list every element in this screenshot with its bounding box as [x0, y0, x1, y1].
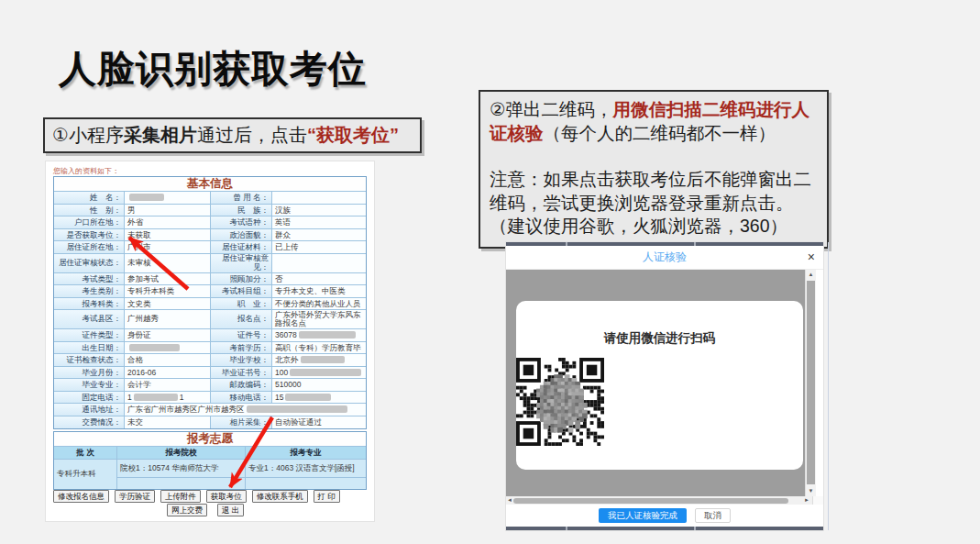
redacted-value	[301, 356, 345, 363]
field-value: 未审核	[124, 254, 211, 272]
dialog-body-right-gutter	[816, 270, 823, 496]
field-value: 专科升本科类	[124, 285, 211, 297]
background-window-edge-line	[828, 242, 829, 530]
slide: 人脸识别获取考位 ①小程序采集相片通过后，点击“获取考位” ②弹出二维码，用微信…	[0, 0, 980, 544]
modify-contact-phone-button[interactable]: 修改联系手机	[252, 490, 308, 503]
basic-info-rows: 姓 名：曾 用 名：性 别：男民 族：汉族户口所在地：外省考试语种：英语是否获取…	[54, 192, 366, 428]
form-row: 证书检查状态：合格毕业学校：北京外	[54, 354, 366, 367]
step1-highlight: “获取考位”	[307, 125, 399, 145]
dialog-footer: 我已人证核验完成 取消	[506, 505, 823, 527]
page-title: 人脸识别获取考位	[59, 44, 367, 94]
field-label: 毕业学校：	[211, 354, 271, 366]
redacted-value	[129, 194, 164, 201]
scroll-up-icon[interactable]: ▲	[806, 270, 816, 280]
vertical-scrollbar[interactable]: ▲ ▼	[805, 270, 816, 496]
field-value	[271, 192, 366, 204]
wish-batch-value: 专科升本科	[54, 460, 116, 489]
horizontal-scrollbar-thumb[interactable]	[513, 498, 788, 504]
step2-text-suffix: （每个人的二维码都不一样）	[544, 123, 776, 143]
degree-verification-button[interactable]: 学历验证	[115, 490, 155, 503]
field-value: 36078	[271, 329, 366, 341]
field-value: 未交	[124, 416, 211, 429]
field-value: 广州越秀	[124, 310, 211, 328]
horizontal-scrollbar[interactable]: ◄ ►	[506, 496, 823, 505]
redacted-value	[129, 344, 180, 351]
redacted-value	[285, 394, 331, 401]
form-row: 出生日期：考前学历：高职（专科）学历教育毕业	[54, 342, 366, 355]
field-label: 毕业证书号：	[211, 367, 271, 379]
form-buttons-row1: 修改报名信息学历验证上传附件获取考位修改联系手机打 印	[53, 490, 340, 503]
field-label: 居住证材料：	[211, 241, 271, 253]
field-label: 报考科类：	[54, 298, 124, 310]
modify-registration-info-button[interactable]: 修改报名信息	[53, 490, 109, 503]
field-label: 是否获取考位：	[54, 229, 124, 241]
field-label: 固定电话：	[54, 392, 124, 404]
upload-attachment-button[interactable]: 上传附件	[160, 490, 201, 503]
basic-info-table: 基本信息 姓 名：曾 用 名：性 别：男民 族：汉族户口所在地：外省考试语种：英…	[53, 176, 367, 429]
verification-complete-button[interactable]: 我已人证核验完成	[599, 508, 687, 523]
field-value: 参加考试	[124, 273, 211, 285]
field-label: 考前学历：	[211, 342, 271, 354]
field-value: 已上传	[271, 241, 366, 253]
field-label: 居住证所在地：	[54, 241, 124, 253]
form-row: 通讯地址：广东省广州市越秀区广州市越秀区	[54, 404, 366, 416]
field-label: 证件号：	[211, 329, 271, 341]
get-exam-seat-button[interactable]: 获取考位	[206, 490, 247, 503]
form-row: 居住证所在地：广州市居住证材料：已上传	[54, 241, 366, 254]
field-label: 报名点：	[211, 310, 271, 328]
form-intro-text: 您输入的资料如下：	[53, 166, 119, 176]
field-value: 未获取	[124, 229, 211, 241]
field-value: 广州市	[124, 241, 211, 253]
wish-major-value: 专业1：4063 汉语言文学[函授]	[246, 460, 366, 477]
field-value	[271, 254, 366, 272]
scroll-left-icon[interactable]: ◄	[507, 496, 512, 505]
field-value: 英语	[271, 216, 366, 228]
field-value: 专升本文史、中医类	[271, 285, 366, 297]
form-row: 固定电话：11移动电话：15（已绑定）	[54, 392, 366, 405]
form-row: 是否获取考位：未获取政治面貌：群众	[54, 229, 366, 242]
qr-code-image	[516, 358, 604, 446]
wish-table-row: 专科升本科 院校1：10574 华南师范大学 专业1：4063 汉语言文学[函授…	[54, 460, 366, 489]
field-value: 男	[124, 205, 211, 216]
online-payment-button[interactable]: 网上交费	[167, 504, 207, 516]
scroll-down-icon[interactable]: ▼	[806, 486, 816, 496]
field-value: 文史类	[124, 298, 211, 310]
step2-text-prefix: ②弹出二维码，	[490, 99, 612, 119]
field-value: 11	[124, 392, 211, 404]
field-label: 考试类型：	[54, 273, 124, 285]
field-value: 北京外	[271, 354, 366, 366]
registration-form-panel: 您输入的资料如下： 基本信息 姓 名：曾 用 名：性 别：男民 族：汉族户口所在…	[46, 161, 374, 521]
identity-verification-dialog: 人证核验 × 请使用微信进行扫码 ▲ ▼ ◄ ► 我已人证核验完成 取消	[506, 242, 823, 530]
step2-line1: ②弹出二维码，用微信扫描二维码进行人证核验（每个人的二维码都不一样）	[490, 98, 818, 145]
field-value: 群众	[271, 229, 366, 241]
wish-major-cell: 专业1：4063 汉语言文学[函授]	[245, 460, 366, 489]
exit-button[interactable]: 退 出	[217, 504, 244, 516]
field-label: 出生日期：	[54, 342, 124, 354]
qr-card: 请使用微信进行扫码	[516, 301, 803, 470]
step2-instruction-box: ②弹出二维码，用微信扫描二维码进行人证核验（每个人的二维码都不一样） 注意：如果…	[479, 90, 829, 249]
field-label: 曾 用 名：	[211, 192, 271, 204]
field-label: 居住证审核状态：	[54, 254, 124, 272]
background-page-edge-bottom	[506, 527, 823, 530]
field-value: 广东省广州市越秀区广州市越秀区	[124, 404, 366, 416]
field-value: 15（已绑定）	[271, 392, 366, 404]
vertical-scrollbar-thumb[interactable]	[807, 281, 815, 484]
print-button[interactable]: 打 印	[314, 490, 340, 503]
field-value: 会计学	[124, 379, 211, 391]
redacted-value	[247, 405, 347, 413]
scroll-right-icon[interactable]: ►	[804, 496, 809, 505]
close-icon[interactable]: ×	[808, 246, 815, 269]
form-row: 姓 名：曾 用 名：	[54, 192, 366, 205]
field-label: 证书检查状态：	[54, 354, 124, 366]
field-value: 广东外语外贸大学东风东路报名点	[271, 310, 366, 328]
field-label: 证件类型：	[54, 329, 124, 341]
field-value: 不便分类的其他从业人员	[271, 298, 366, 310]
cancel-button[interactable]: 取消	[695, 508, 731, 523]
form-row: 户口所在地：外省考试语种：英语	[54, 216, 366, 229]
wish-college-empty	[117, 477, 245, 489]
form-row: 报考科类：文史类职 业：不便分类的其他从业人员	[54, 298, 366, 311]
field-value: 510000	[271, 379, 366, 391]
wish-major-empty	[246, 477, 366, 489]
form-row: 考生类别：专科升本科类考试科目组：专升本文史、中医类	[54, 285, 366, 298]
form-row: 性 别：男民 族：汉族	[54, 205, 366, 217]
